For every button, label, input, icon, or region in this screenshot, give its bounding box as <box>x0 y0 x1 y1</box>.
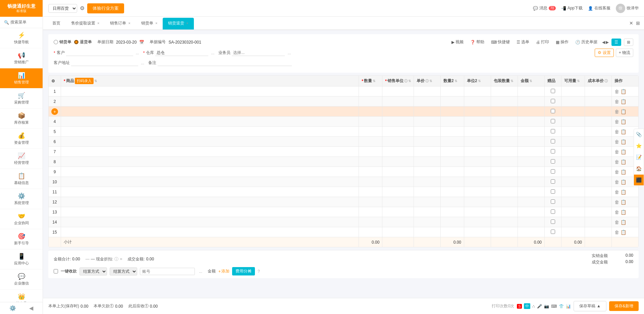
unit2-sort-icon[interactable]: ⇅ <box>478 79 481 83</box>
row-3-price[interactable] <box>414 107 441 117</box>
product-sort-icon[interactable]: ⇅ <box>94 79 97 83</box>
row-12-delete-icon[interactable]: 🗑 <box>614 199 619 205</box>
try-solution-button[interactable]: 体验行业方案 <box>87 3 124 13</box>
row-3-cost[interactable] <box>585 107 612 117</box>
s-icon[interactable]: S <box>517 304 522 309</box>
row-3-qty2[interactable] <box>441 107 464 117</box>
calendar-icon[interactable]: 📅 <box>139 40 144 45</box>
row-2-qty[interactable] <box>359 97 382 107</box>
row-1-pkgqty[interactable] <box>491 86 518 97</box>
row-13-copy-icon[interactable]: 📋 <box>621 209 626 215</box>
dots-icon[interactable]: ∴ <box>532 304 535 309</box>
unit-info-icon[interactable]: ⓘ <box>404 79 408 83</box>
sidebar-item-enterprise[interactable]: 🤝 企业协同 <box>0 209 43 229</box>
sidebar-item-newbie[interactable]: 🎯 新手引导 <box>0 229 43 249</box>
warehouse-input[interactable] <box>155 50 208 56</box>
row-3-product[interactable] <box>61 107 359 117</box>
unit-sort-icon[interactable]: ⇅ <box>408 79 411 83</box>
row-2-copy-icon[interactable]: 📋 <box>621 99 626 104</box>
row-2-amount[interactable] <box>518 97 545 107</box>
tab-sales-return[interactable]: 销货退货 × <box>163 18 194 29</box>
sidebar-item-inventory[interactable]: 📦 库存核算 <box>0 109 43 129</box>
prev-record-btn[interactable]: ◀ <box>602 40 605 45</box>
staff-dots[interactable]: ... <box>287 51 291 55</box>
row-3-unit2[interactable] <box>464 107 491 117</box>
tab-sales-delivery-close[interactable]: × <box>155 21 157 25</box>
tab-sales-order-close[interactable]: × <box>128 21 130 25</box>
row-1-gift-checkbox[interactable] <box>551 89 555 93</box>
row-14-delete-icon[interactable]: 🗑 <box>614 219 619 225</box>
sidebar-item-wechat[interactable]: 💬 企业微信 <box>0 269 43 290</box>
row-8-delete-icon[interactable]: 🗑 <box>614 159 619 165</box>
row-12-copy-icon[interactable]: 📋 <box>621 199 626 205</box>
row-2-price[interactable] <box>414 97 441 107</box>
close-all-tabs-btn[interactable]: ✕ <box>629 20 633 26</box>
sidebar-item-search[interactable]: 🔍 搜索菜单 <box>0 17 43 28</box>
expand-tab-btn[interactable]: ⊞ <box>636 20 640 26</box>
tab-home[interactable]: 首页 <box>47 18 66 29</box>
row-2-cost[interactable] <box>585 97 612 107</box>
table-gear-icon[interactable]: ⚙ <box>51 79 55 83</box>
row-14-copy-icon[interactable]: 📋 <box>621 219 626 225</box>
camera-icon[interactable]: 📷 <box>544 304 549 309</box>
sidebar-item-operations[interactable]: 📈 经营管理 <box>0 149 43 169</box>
tab-sales-order[interactable]: 销售订单 × <box>105 18 136 29</box>
row-1-price[interactable] <box>414 86 441 97</box>
warehouse-dots[interactable]: ... <box>211 51 214 55</box>
row-2-product[interactable] <box>61 97 359 107</box>
user-profile[interactable]: 徐 徐泽华 <box>616 4 639 13</box>
chart-icon[interactable]: 📊 <box>566 304 571 309</box>
radio-delivery[interactable]: 销货单 <box>54 39 71 45</box>
row-1-qty2[interactable] <box>441 86 464 97</box>
customer-dots[interactable]: ... <box>136 51 139 55</box>
video-btn[interactable]: ▶ 视频 <box>449 38 466 46</box>
price-sort-icon[interactable]: ⇅ <box>429 79 432 83</box>
row-1-product[interactable] <box>61 86 359 97</box>
settings-button[interactable]: ⚙ 设置 <box>595 49 613 57</box>
add-payment-btn[interactable]: + 添加 <box>218 268 229 274</box>
row-10-delete-icon[interactable]: 🗑 <box>614 179 619 185</box>
keyboard-icon2[interactable]: ⌨ <box>551 304 557 309</box>
payment-method-select[interactable]: 结算方式 <box>79 267 107 275</box>
tab-price-extract[interactable]: 售价提取设置 × <box>66 18 105 29</box>
row-6-copy-icon[interactable]: 📋 <box>621 139 626 144</box>
remark-input[interactable] <box>158 60 292 66</box>
customer-input[interactable] <box>66 50 133 56</box>
row-2-qty2[interactable] <box>441 97 464 107</box>
qty-sort-icon[interactable]: ⇅ <box>373 79 375 83</box>
pkgqty-sort-icon[interactable]: ⇅ <box>511 79 513 83</box>
row-6-delete-icon[interactable]: 🗑 <box>614 139 619 144</box>
add-row-btn[interactable]: + <box>51 108 58 115</box>
app-download-btn[interactable]: 📲 App下载 <box>561 5 583 11</box>
save-new-btn[interactable]: 保存&新增 <box>609 301 639 311</box>
staff-input[interactable] <box>232 50 285 56</box>
address-dots[interactable]: ... <box>141 61 144 65</box>
sidebar-item-member[interactable]: 👑 畅会员 <box>0 290 43 302</box>
row-3-delete-icon[interactable]: 🗑 <box>614 109 619 114</box>
row-1-delete-icon[interactable]: 🗑 <box>614 89 619 94</box>
row-2-delete-icon[interactable]: 🗑 <box>614 99 619 104</box>
row-2-gift-checkbox[interactable] <box>551 99 555 103</box>
row-2-pkgqty[interactable] <box>491 97 518 107</box>
view-list-btn[interactable]: ☰ <box>611 39 621 46</box>
row-2-gift[interactable] <box>545 97 561 107</box>
row-5-copy-icon[interactable]: 📋 <box>621 129 626 134</box>
row-2-unit2[interactable] <box>464 97 491 107</box>
row-9-copy-icon[interactable]: 📋 <box>621 169 626 175</box>
row-2-avail[interactable] <box>561 97 585 107</box>
row-3-amount[interactable] <box>518 107 545 117</box>
logistics-button[interactable]: + 物流 <box>616 49 633 57</box>
row-11-delete-icon[interactable]: 🗑 <box>614 189 619 195</box>
cost-info-icon[interactable]: ⓘ <box>604 79 608 83</box>
sidebar-item-purchase[interactable]: 🛒 采购管理 <box>0 88 43 109</box>
row-3-unit[interactable] <box>382 107 414 117</box>
industry-select[interactable]: 日用百货 <box>48 4 77 13</box>
sidebar-item-finance[interactable]: 💰 资金管理 <box>0 129 43 149</box>
sidebar-item-basic[interactable]: 📋 基础信息 <box>0 169 43 189</box>
cost-split-btn[interactable]: 费用分摊 <box>232 267 255 275</box>
message-btn[interactable]: 💬 消息 70 <box>533 5 556 11</box>
row-1-copy-icon[interactable]: 📋 <box>621 89 626 94</box>
row-5-delete-icon[interactable]: 🗑 <box>614 129 619 134</box>
row-3-product-input[interactable] <box>64 109 356 114</box>
sidebar-item-system[interactable]: ⚙️ 系统管理 <box>0 189 43 209</box>
